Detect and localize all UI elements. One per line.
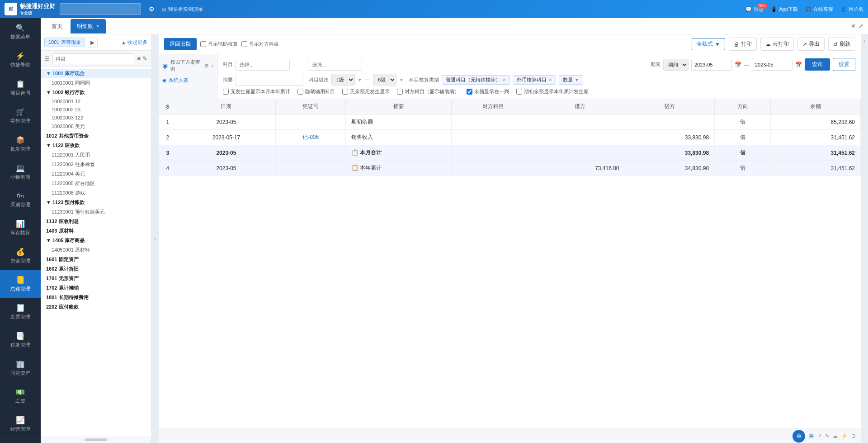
level-from-select[interactable]: 1级 2级 3级 <box>331 74 355 86</box>
lang-en-btn[interactable]: 英 <box>809 433 814 439</box>
demo-link[interactable]: ◎ 我要看实例演示 <box>162 6 203 13</box>
scheme-settings-icon[interactable]: ⚙ <box>204 63 209 69</box>
checkbox-no-balance[interactable]: 无余额无发生显示 <box>342 88 390 95</box>
sidebar-item-retail[interactable]: 🛒 零售管理 <box>0 102 41 130</box>
tree-node-1123[interactable]: ▼ 1123 预付账款 <box>41 198 151 207</box>
tab-home[interactable]: 首页 <box>45 19 69 33</box>
sidebar-item-ops[interactable]: 📈 经营管理 <box>0 410 41 438</box>
sidebar-item-search[interactable]: 🔍 搜索菜单 <box>0 18 41 46</box>
cloud-print-btn[interactable]: ☁ 云打印 <box>760 38 794 51</box>
back-old-btn[interactable]: 退回旧版 <box>164 38 197 50</box>
status-icon-5[interactable]: ⊡ <box>851 433 855 439</box>
tree-node-10020002[interactable]: 10020002 23 <box>41 105 151 114</box>
sidebar-item-ledger[interactable]: 📒 总账管理 <box>0 270 41 298</box>
tree-node-1002[interactable]: ▼ 1002 银行存款 <box>41 88 151 97</box>
sidebar-item-fixed-assets[interactable]: 🏢 固定资产 <box>0 354 41 382</box>
scheme-collapse-icon[interactable]: ‹ <box>212 63 213 68</box>
checkbox-contra[interactable]: 对方科目（显示辅助项） <box>397 88 459 95</box>
tree-node-1001[interactable]: ▼ 1001 库存现金 <box>41 69 151 78</box>
checkbox-init-balance[interactable]: 期初余额显示本年累计发生额 <box>516 88 589 95</box>
show-aux-input[interactable] <box>200 41 206 47</box>
online-service-btn[interactable]: 🎧 在线客服 <box>805 6 833 13</box>
period-from-input[interactable] <box>691 59 732 71</box>
settings-icon[interactable]: ⚙ <box>146 3 157 15</box>
tree-node-11220006[interactable]: 11220006 游戏 <box>41 188 151 198</box>
period-type-select[interactable]: 期间 <box>663 59 689 71</box>
message-btn[interactable]: 💬 消息 99+ <box>745 6 764 13</box>
checkbox-balance-col[interactable]: 余额显示在一列 <box>467 88 509 95</box>
tree-node-11220001[interactable]: 11220001 人民币 <box>41 150 151 160</box>
tree-node-1601[interactable]: 1601 固定资产 <box>41 255 151 264</box>
account-nav-next[interactable]: ▶ <box>88 38 98 48</box>
sidebar-item-inventory[interactable]: 📊 库存核算 <box>0 214 41 242</box>
tree-node-14050001[interactable]: 14050001 原材料 <box>41 245 151 255</box>
top-search-box[interactable] <box>60 3 141 15</box>
tree-node-10010001[interactable]: 10010001 同同同 <box>41 78 151 88</box>
level-to-select[interactable]: 6级 5级 4级 <box>373 74 396 86</box>
show-contra-input[interactable] <box>241 41 247 47</box>
subject-type-tag-1-close[interactable]: ✕ <box>502 77 506 82</box>
app-download-btn[interactable]: 📱 App下载 <box>771 6 798 13</box>
tree-node-2202[interactable]: 2202 应付账款 <box>41 302 151 312</box>
refresh-btn[interactable]: ↺ 刷新 <box>828 38 855 51</box>
checkbox-balance-col-input[interactable] <box>467 89 472 95</box>
tree-node-10020003[interactable]: 10020003 122 <box>41 114 151 122</box>
sidebar-item-project[interactable]: 📋 项目合同 <box>0 74 41 102</box>
show-aux-checkbox[interactable]: 显示辅助核算 <box>200 41 238 48</box>
tree-node-1403[interactable]: 1403 原材料 <box>41 226 151 236</box>
sidebar-item-purchase[interactable]: 🛍 采购管理 <box>0 186 41 214</box>
tree-node-1602[interactable]: 1602 累计折旧 <box>41 264 151 274</box>
expand-float-btn[interactable]: 英 <box>793 430 805 443</box>
top-search-input[interactable] <box>64 6 137 12</box>
collapse-more-btn[interactable]: ▲ 收起更多 <box>121 39 147 46</box>
voucher-link[interactable]: 记-006 <box>302 134 319 140</box>
tab-detail-close[interactable]: ✕ <box>96 19 99 33</box>
sidebar-item-quick-nav[interactable]: ⚡ 快捷导航 <box>0 46 41 74</box>
checkbox-hide-aux-input[interactable] <box>297 89 303 95</box>
tab-detail[interactable]: 明细账 ✕ <box>71 19 106 33</box>
view-mode-dropdown[interactable]: 金额式 ▼ <box>692 38 725 50</box>
sidebar-item-salary[interactable]: 💵 工资 <box>0 382 41 410</box>
filter-settings-btn[interactable]: 设置 <box>833 58 855 71</box>
tree-node-10020006[interactable]: 10020006 美元 <box>41 122 151 131</box>
summary-input[interactable] <box>236 74 303 86</box>
checkbox-init-balance-input[interactable] <box>516 89 522 95</box>
tree-node-1702[interactable]: 1702 累计摊销 <box>41 283 151 293</box>
tree-node-11230001[interactable]: 11230001 预付账款美元 <box>41 207 151 217</box>
subject-type-tag-2-close[interactable]: ✕ <box>548 77 552 82</box>
print-btn[interactable]: 🖨 打印 <box>729 38 757 51</box>
search-btn[interactable]: 查询 <box>805 58 830 71</box>
list-icon[interactable]: ≡ <box>137 55 141 62</box>
status-icon-2[interactable]: ✎ <box>825 433 829 439</box>
subject-input[interactable] <box>236 59 290 71</box>
period-to-input[interactable] <box>752 59 793 71</box>
collapse-panel-btn[interactable]: ‹ <box>151 34 159 443</box>
col-settings[interactable]: ⚙ <box>159 99 177 114</box>
status-icon-4[interactable]: ⚡ <box>841 433 848 439</box>
expand-tree-icon[interactable]: ✎ <box>142 55 147 62</box>
sidebar-item-invoice[interactable]: 🧾 发票管理 <box>0 298 41 326</box>
tree-node-1132[interactable]: 1132 应收利息 <box>41 217 151 226</box>
sidebar-item-tax[interactable]: 📑 税务管理 <box>0 326 41 354</box>
tree-node-1801[interactable]: 1801 长期待摊费用 <box>41 293 151 302</box>
subject-input-to[interactable] <box>308 59 362 71</box>
sidebar-item-wholesale[interactable]: 📦 批发管理 <box>0 130 41 158</box>
checkbox-no-occur[interactable]: 无发生额显示本月本年累计 <box>223 88 290 95</box>
tree-node-11220002[interactable]: 11220002 往来标签 <box>41 160 151 169</box>
tree-node-11220005[interactable]: 11220005 所在地区 <box>41 179 151 188</box>
checkbox-no-balance-input[interactable] <box>342 89 348 95</box>
checkbox-contra-input[interactable] <box>397 89 403 95</box>
sidebar-item-capital[interactable]: 💰 资金管理 <box>0 242 41 270</box>
tab-close-all-icon[interactable]: ✕ <box>851 23 856 29</box>
status-icon-1[interactable]: ↗ <box>817 433 821 439</box>
sidebar-item-report[interactable]: 📄 小畅报销 <box>0 438 41 443</box>
export-btn[interactable]: ↗ 导出 <box>797 38 825 51</box>
checkbox-no-occur-input[interactable] <box>223 89 229 95</box>
tree-node-11220004[interactable]: 11220004 美元 <box>41 169 151 179</box>
account-search-input[interactable] <box>52 53 134 64</box>
tree-node-1012[interactable]: 1012 其他货币资金 <box>41 131 151 141</box>
tree-node-1701[interactable]: 1701 无形资产 <box>41 274 151 283</box>
tree-node-10020001[interactable]: 10020001 12 <box>41 97 151 105</box>
checkbox-hide-aux[interactable]: 隐藏辅用科目 <box>297 88 335 95</box>
tab-expand-icon[interactable]: ⤢ <box>859 23 863 29</box>
